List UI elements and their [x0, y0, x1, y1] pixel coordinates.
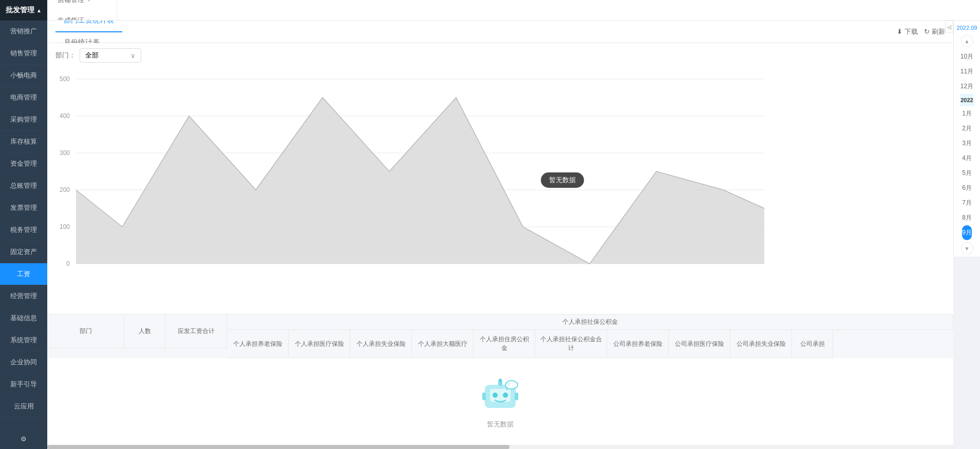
settings-icon: ⚙ — [21, 435, 27, 443]
sidebar-item-云应用[interactable]: 云应用 — [0, 396, 47, 418]
sidebar-item-采购管理[interactable]: 采购管理 — [0, 109, 47, 131]
th-personal-pension: 个人承担养老保险 — [227, 330, 289, 358]
svg-point-15 — [493, 393, 498, 398]
th-people-count: 人数 — [124, 315, 165, 348]
timeline-close-icon[interactable]: ◁ — [945, 21, 953, 33]
refresh-button[interactable]: ↻ 刷新 — [924, 27, 945, 36]
timeline-item-9[interactable]: 6月 — [960, 181, 974, 196]
timeline-item-2[interactable]: 12月 — [960, 79, 974, 94]
svg-marker-12 — [76, 97, 764, 264]
svg-point-16 — [503, 393, 508, 398]
sidebar-item-销售管理[interactable]: 销售管理 — [0, 43, 47, 65]
right-timeline: 2022.09 ▲ 10月11月12月20221月2月3月4月5月6月7月8月9… — [953, 21, 980, 257]
svg-text:?: ? — [507, 382, 510, 387]
sidebar: 批发管理 ▲ 营销推广销售管理小畅电商电商管理采购管理库存核算资金管理总账管理发… — [0, 0, 47, 449]
th-personal-major-medical: 个人承担大额医疗 — [412, 330, 474, 358]
timeline-item-4[interactable]: 1月 — [960, 106, 974, 121]
timeline-wrapper: ◁ 2022.09 ▲ 10月11月12月20221月2月3月4月5月6月7月8… — [953, 21, 980, 449]
timeline-item-8[interactable]: 5月 — [960, 166, 974, 181]
th-total-salary: 应发工资合计 — [165, 315, 227, 348]
timeline-item-6[interactable]: 3月 — [960, 136, 974, 151]
table-area: 部门 人数 应发工资合计 个人承担社保公积金 个人承担养老保险 个人承担医疗保险… — [47, 314, 953, 449]
table-scrollbar[interactable] — [47, 445, 953, 449]
th-company-unemployment: 公司承担失业保险 — [730, 330, 792, 358]
sidebar-title: 批发管理 — [6, 6, 34, 15]
sidebar-item-小畅电商[interactable]: 小畅电商 — [0, 65, 47, 87]
download-button[interactable]: ⬇ 下载 — [897, 27, 918, 36]
svg-text:300: 300 — [60, 149, 70, 157]
svg-rect-20 — [515, 393, 518, 400]
timeline-item-5[interactable]: 2月 — [960, 121, 974, 136]
table-body: ? 暂无数据 — [47, 358, 953, 445]
table-header: 部门 人数 应发工资合计 个人承担社保公积金 个人承担养老保险 个人承担医疗保险… — [47, 314, 953, 358]
timeline-item-7[interactable]: 4月 — [960, 151, 974, 166]
svg-text:500: 500 — [60, 75, 70, 83]
timeline-item-10[interactable]: 7月 — [960, 196, 974, 210]
timeline-item-11[interactable]: 8月 — [960, 210, 974, 225]
content-area: 部门工资统计表月份统计表 ⬇ 下载 ↻ 刷新 部门： 全部 ∨ — [47, 21, 980, 449]
tab-bar: 首页门店商品目录×销售单×店铺管理×生成凭证×应收应付调整单×工资表×工资统计报… — [47, 0, 980, 21]
refresh-icon: ↻ — [924, 28, 930, 35]
timeline-down-button[interactable]: ▼ — [961, 242, 973, 255]
tab-close-icon-3[interactable]: × — [87, 0, 90, 3]
timeline-year-value: 2022.09 — [957, 25, 977, 31]
th-personal-total: 个人承担社保公积金合计 — [535, 330, 607, 358]
sidebar-item-系统管理[interactable]: 系统管理 — [0, 329, 47, 352]
timeline-up-button[interactable]: ▲ — [961, 35, 973, 47]
sub-tab-0[interactable]: 部门工资统计表 — [55, 21, 122, 32]
filter-label: 部门： — [55, 51, 76, 60]
empty-text: 暂无数据 — [487, 420, 514, 429]
svg-text:400: 400 — [60, 112, 70, 120]
timeline-item-3[interactable]: 2022 — [960, 94, 974, 106]
sidebar-item-资金管理[interactable]: 资金管理 — [0, 153, 47, 175]
tab-4[interactable]: 生成凭证× — [51, 10, 117, 21]
th-department: 部门 — [47, 315, 124, 348]
chart-area: 500 400 300 200 100 0 — [47, 68, 953, 314]
sidebar-item-发票管理[interactable]: 发票管理 — [0, 197, 47, 219]
sidebar-item-经营管理[interactable]: 经营管理 — [0, 285, 47, 307]
sidebar-item-企业协同[interactable]: 企业协同 — [0, 352, 47, 374]
sub-tab-actions: ⬇ 下载 ↻ 刷新 — [897, 27, 945, 36]
scrollbar-thumb[interactable] — [47, 445, 510, 449]
chart-wrapper: 500 400 300 200 100 0 — [55, 72, 945, 298]
sidebar-header[interactable]: 批发管理 ▲ — [0, 0, 47, 21]
filter-bar: 部门： 全部 ∨ — [47, 43, 953, 68]
department-select[interactable]: 全部 ∨ — [80, 48, 141, 63]
svg-text:0: 0 — [66, 260, 70, 267]
sidebar-item-基础信息[interactable]: 基础信息 — [0, 307, 47, 329]
th-company-pension: 公司承担养老保险 — [607, 330, 669, 358]
timeline-item-1[interactable]: 11月 — [960, 64, 974, 79]
sidebar-item-税务管理[interactable]: 税务管理 — [0, 219, 47, 241]
svg-text:100: 100 — [60, 223, 70, 230]
chart-svg: 500 400 300 200 100 0 — [55, 72, 945, 298]
th-personal-medical: 个人承担医疗保险 — [289, 330, 350, 358]
sidebar-item-工资[interactable]: 工资 — [0, 263, 47, 285]
sidebar-item-营销推广[interactable]: 营销推广 — [0, 21, 47, 43]
th-company-medical: 公司承担医疗保险 — [669, 330, 730, 358]
sidebar-item-库存核算[interactable]: 库存核算 — [0, 131, 47, 153]
chevron-down-icon: ∨ — [130, 52, 136, 60]
svg-point-18 — [499, 379, 502, 382]
timeline-year-header[interactable]: 2022.09 — [957, 23, 977, 33]
download-icon: ⬇ — [897, 28, 902, 35]
empty-state-icon: ? — [480, 375, 521, 416]
th-personal-housing: 个人承担住房公积金 — [474, 330, 535, 358]
page-content: 部门工资统计表月份统计表 ⬇ 下载 ↻ 刷新 部门： 全部 ∨ — [47, 21, 953, 449]
sidebar-item-固定资产[interactable]: 固定资产 — [0, 241, 47, 263]
timeline-item-0[interactable]: 10月 — [960, 49, 974, 64]
th-company-other: 公司承担 — [792, 330, 833, 358]
sidebar-item-电商管理[interactable]: 电商管理 — [0, 87, 47, 109]
sidebar-item-新手引导[interactable]: 新手引导 — [0, 374, 47, 396]
sidebar-footer-settings[interactable]: ⚙ — [0, 428, 47, 449]
tab-3[interactable]: 店铺管理× — [51, 0, 117, 10]
svg-rect-19 — [482, 393, 486, 400]
th-personal-unemployment: 个人承担失业保险 — [350, 330, 412, 358]
timeline-item-12[interactable]: 9月 — [962, 225, 972, 240]
department-select-value: 全部 — [85, 51, 99, 60]
th-group-social: 个人承担社保公积金 — [227, 315, 953, 330]
sidebar-toggle-icon: ▲ — [36, 8, 42, 13]
sub-tabs: 部门工资统计表月份统计表 ⬇ 下载 ↻ 刷新 — [47, 21, 953, 43]
svg-text:200: 200 — [60, 186, 70, 193]
main-area: 首页门店商品目录×销售单×店铺管理×生成凭证×应收应付调整单×工资表×工资统计报… — [47, 0, 980, 449]
sidebar-item-总账管理[interactable]: 总账管理 — [0, 175, 47, 197]
